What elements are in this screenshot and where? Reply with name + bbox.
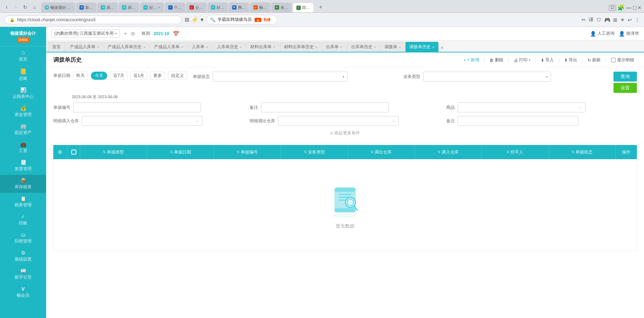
sidebar-item-salary[interactable]: 💼 工资 [0, 139, 46, 157]
sidebar-item-close[interactable]: ✓ 结账 [0, 211, 46, 229]
tab-close-icon[interactable]: × [143, 45, 145, 49]
sidebar-item-member[interactable]: V 畅会员 [0, 283, 46, 301]
lightning-icon[interactable]: ⚡ [191, 16, 198, 23]
browser-tab[interactable]: C 企… [186, 2, 207, 12]
browser-tab[interactable]: 腾 腾… [229, 2, 249, 12]
tab-close-icon[interactable]: × [97, 45, 99, 49]
tab-close-icon[interactable]: × [181, 45, 183, 49]
address-bar[interactable]: 🔒 https://cloud.chanjet.com/accounting/u… [4, 16, 182, 24]
refresh-btn[interactable]: ↻ 刷新 [585, 56, 604, 64]
tab-close-icon[interactable]: × [399, 45, 401, 49]
tab-material-outbound[interactable]: 材料出库单 × [246, 42, 279, 52]
company-selector[interactable]: (勿删勿禁用) 江西服宝测试专用 ▾ [51, 29, 120, 38]
today-btn[interactable]: 今天 [91, 72, 107, 80]
tab-transfer[interactable]: 调拨单 × [381, 42, 405, 52]
settings-btn[interactable]: ⚙ [131, 31, 135, 37]
tab-close-icon[interactable]: × [206, 45, 208, 49]
sidebar-item-home[interactable]: ⌂ 首页 [0, 46, 46, 65]
menu-icon[interactable]: ⋮ [635, 17, 640, 23]
tab-material-outbound-history[interactable]: 材料出库单历史 × [280, 42, 321, 52]
collapse-btn[interactable]: ⋀ 收起更多条件 [330, 130, 360, 136]
tab-inbound[interactable]: 入库单 × [188, 42, 212, 52]
browser-tab[interactable]: 易 易… [97, 2, 118, 12]
yesterday-btn[interactable]: 昨天 [73, 72, 88, 80]
game-icon[interactable]: 🎮 [604, 17, 610, 23]
browser-tab[interactable]: 个 个… [165, 2, 185, 12]
sidebar-item-assets[interactable]: 🏢 固定资产 [0, 121, 46, 139]
tab-product-inbound[interactable]: 产成品入库单 × [66, 42, 103, 52]
tab-product-inbound-history[interactable]: 产成品入库单历史 × [104, 42, 149, 52]
th-biz-type[interactable]: ⇅ 业务类型 [281, 145, 348, 159]
minimize-btn[interactable]: — [626, 5, 632, 11]
undo-icon[interactable]: ↩ [628, 17, 632, 23]
tab-close-icon[interactable]: × [273, 45, 275, 49]
browser-tab-active[interactable]: S 目… [293, 2, 314, 12]
remark2-input[interactable] [458, 116, 578, 126]
display-toggle[interactable]: 显示明细 [608, 56, 637, 64]
th-doc-num[interactable]: ⇅ 单据编号 [214, 145, 281, 159]
tab-close-icon[interactable]: × [240, 45, 242, 49]
new-btn[interactable]: + + 新增 [461, 56, 482, 64]
last-month-btn[interactable]: 近1月 [130, 72, 148, 80]
th-handler[interactable]: ⇅ 经手人 [482, 145, 549, 159]
extensions-btn[interactable]: 🧩 [617, 4, 624, 11]
brightness-icon[interactable]: ☀ [620, 17, 625, 23]
grid-icon[interactable]: ⊞ [185, 16, 189, 23]
settings-filter-btn[interactable]: 设置 [613, 83, 637, 93]
reload-btn[interactable]: ↻ [21, 3, 29, 11]
th-doc-status[interactable]: ⇅ 单据状态 [549, 145, 616, 159]
sidebar-item-guide[interactable]: 📖 新手引导 [0, 265, 46, 283]
close-all-tabs-btn[interactable]: × [441, 45, 444, 51]
forward-btn[interactable]: › [12, 3, 20, 11]
calendar-icon[interactable]: 📅 [173, 31, 179, 37]
sidebar-item-reports[interactable]: 📊 云报表中心 [0, 84, 46, 102]
browser-tab[interactable]: 易 易… [119, 2, 139, 12]
browser-tab[interactable]: 好 好… [207, 2, 228, 12]
shield-icon[interactable]: 🛡 [596, 17, 601, 23]
tab-close-icon[interactable]: × [432, 45, 434, 49]
tab-home[interactable]: 首页 [48, 42, 65, 52]
detail-in-input[interactable]: ··· [82, 116, 202, 126]
biz-type-dropdown[interactable]: ▾ [423, 72, 551, 82]
sidebar-item-tax[interactable]: 📋 税务管理 [0, 193, 46, 211]
tab-transfer-history-active[interactable]: 调拨单历史 × [405, 42, 438, 52]
tab-close-icon[interactable]: × [374, 45, 376, 49]
status-dropdown[interactable]: ▾ [213, 72, 348, 82]
tab-inbound-history[interactable]: 入库单历史 × [213, 42, 246, 52]
translate-icon[interactable]: 译 [589, 17, 594, 23]
sidebar-item-capital[interactable]: 💰 资金管理 [0, 102, 46, 121]
more-date-btn[interactable]: 更多 [150, 72, 165, 80]
delete-btn[interactable]: 🗑 删除 [487, 56, 506, 64]
th-doc-date[interactable]: ⇅ 单据日期 [147, 145, 214, 159]
consult-btn[interactable]: 👤 人工咨询 [590, 30, 615, 37]
query-btn[interactable]: 查询 [613, 72, 637, 82]
th-in-warehouse[interactable]: ⇅ 调入仓库 [415, 145, 482, 159]
sidebar-item-basic[interactable]: ⚙ 基础设置 [0, 247, 46, 265]
header-checkbox[interactable] [71, 150, 76, 155]
tab-close-icon[interactable]: × [315, 45, 317, 49]
custom-date-btn[interactable]: 自定义 [168, 72, 187, 80]
browser-tab[interactable]: 新 新… [76, 2, 97, 12]
grid-icon2[interactable]: ⊞ [613, 17, 617, 23]
sidebar-item-inventory[interactable]: 📦 库存核算 [0, 175, 46, 193]
tab-outbound[interactable]: 出库单 × [322, 42, 346, 52]
browser-tab[interactable]: M 畅… [250, 2, 271, 12]
display-checkbox[interactable] [611, 58, 616, 62]
remark-input[interactable] [261, 102, 389, 112]
detail-out-input[interactable]: ··· [278, 116, 399, 126]
back-btn[interactable]: ‹ [3, 3, 11, 11]
th-out-warehouse[interactable]: ⇅ 调出仓库 [348, 145, 415, 159]
export-btn[interactable]: ⬆ 导出 [561, 56, 580, 64]
search-bar[interactable]: 🔍 学霸应聘场驱鸟员 🔥 热搜 [206, 15, 277, 24]
browser-tab[interactable]: 畅 畅捷通好会计 [41, 2, 75, 12]
sidebar-item-invoice[interactable]: 🧾 发票管理 [0, 157, 46, 175]
goods-input[interactable]: ··· [458, 102, 585, 112]
new-tab-btn[interactable]: + [317, 3, 324, 11]
maximize-btn[interactable]: □ [633, 5, 637, 11]
tab-close-icon[interactable]: × [340, 45, 342, 49]
th-gear[interactable]: ⚙ [53, 145, 67, 159]
th-checkbox[interactable] [67, 145, 80, 159]
add-company-btn[interactable]: + [124, 30, 127, 37]
dropdown-icon[interactable]: ▾ [201, 16, 203, 23]
tab-product-inbound2[interactable]: 产成品入库单 × [150, 42, 187, 52]
